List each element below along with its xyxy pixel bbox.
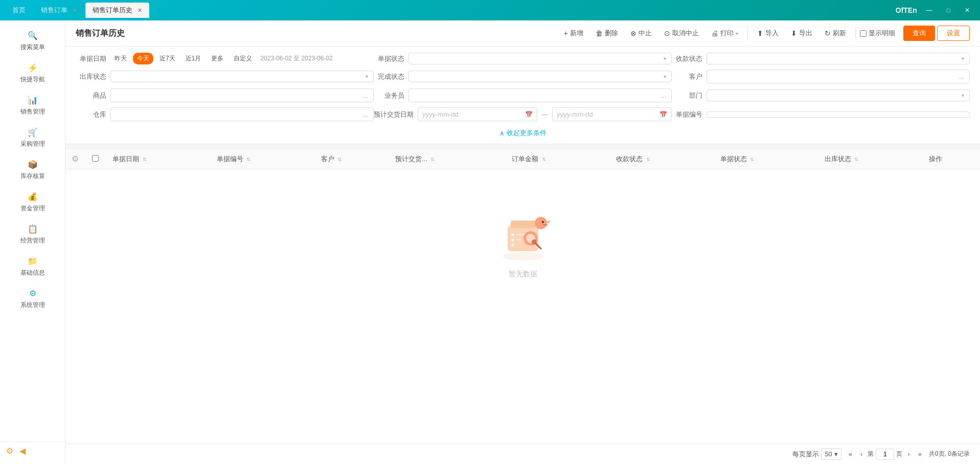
sort-doc-icon[interactable]: ⇅	[750, 157, 754, 162]
export-button[interactable]: ⬇ 导出	[786, 26, 817, 40]
query-button[interactable]: 查询	[903, 26, 935, 41]
window-controls: OfTEn — □ ✕	[896, 4, 975, 16]
dept-select[interactable]: ▾	[706, 90, 970, 101]
stop-button[interactable]: ⊗ 中止	[625, 26, 657, 40]
sidebar-item-operations[interactable]: 📋 经营管理	[0, 218, 65, 250]
tab-home-label: 首页	[12, 6, 26, 15]
cancel-stop-label: 取消中止	[672, 29, 699, 38]
filter-salesperson: 业务员 ...	[374, 89, 672, 102]
customer-input[interactable]: ...	[706, 70, 970, 83]
sort-customer-icon[interactable]: ⇅	[337, 157, 341, 162]
add-button[interactable]: + 新增	[559, 26, 588, 40]
close-btn[interactable]: ✕	[960, 4, 975, 16]
sidebar-item-sales[interactable]: 📊 销售管理	[0, 89, 65, 121]
add-label: 新增	[570, 29, 583, 38]
sort-order-icon[interactable]: ⇅	[246, 157, 250, 162]
sidebar-item-purchase[interactable]: 🛒 采购管理	[0, 121, 65, 153]
cancel-stop-button[interactable]: ⊙ 取消中止	[659, 26, 704, 40]
prev-page-btn[interactable]: ‹	[857, 449, 865, 459]
customer-dots[interactable]: ...	[959, 73, 964, 80]
sidebar-item-basic[interactable]: 📁 基础信息	[0, 250, 65, 282]
first-page-btn[interactable]: «	[846, 449, 855, 459]
filter-order-no: 单据编号	[672, 110, 970, 119]
tab-sales-order-close[interactable]: ✕	[73, 7, 77, 14]
page-input[interactable]	[876, 449, 894, 460]
date-tab-more[interactable]: 更多	[207, 53, 227, 64]
calendar-start-icon: 📅	[525, 111, 533, 118]
next-page-btn[interactable]: ›	[904, 449, 913, 459]
goods-label: 商品	[76, 91, 106, 100]
salesperson-input[interactable]: ...	[408, 89, 672, 102]
sidebar-item-system[interactable]: ⚙ 系统管理	[0, 282, 65, 315]
minimize-btn[interactable]: —	[921, 4, 938, 16]
print-button[interactable]: 🖨 打印 ▾	[706, 26, 743, 40]
collapse-icon: ∧	[499, 129, 505, 137]
payment-status-select[interactable]: ▾	[706, 53, 970, 64]
sidebar-item-inventory[interactable]: 📦 库存核算	[0, 153, 65, 186]
goods-dots[interactable]: ...	[362, 92, 368, 99]
warehouse-dots[interactable]: ...	[362, 111, 368, 118]
date-tab-7days[interactable]: 近7天	[155, 53, 179, 64]
sort-payment-icon[interactable]: ⇅	[646, 157, 650, 162]
refresh-button[interactable]: ↻ 刷新	[819, 26, 851, 40]
out-status-select[interactable]: ▾	[110, 71, 374, 82]
sort-delivery-icon[interactable]: ⇅	[430, 157, 435, 162]
sort-amount-icon[interactable]: ⇅	[542, 157, 546, 162]
sidebar-collapse-icon[interactable]: ◀	[19, 446, 26, 456]
complete-status-select[interactable]: ▾	[408, 71, 672, 82]
filter-out-status: 出库状态 ▾	[76, 71, 374, 82]
import-button[interactable]: ⬆ 导入	[752, 26, 784, 40]
toolbar-divider-1	[747, 28, 748, 38]
page-size-box[interactable]: 50 ▾	[821, 448, 841, 460]
salesperson-label: 业务员	[374, 91, 404, 100]
warehouse-input[interactable]: ...	[110, 107, 374, 121]
delivery-end-input[interactable]: yyyy-mm-dd 📅	[552, 107, 672, 121]
salesperson-dots[interactable]: ...	[660, 92, 666, 99]
collapse-bar[interactable]: ∧ 收起更多条件	[76, 126, 970, 138]
sidebar-item-finance[interactable]: 💰 资金管理	[0, 186, 65, 218]
maximize-btn[interactable]: □	[942, 4, 955, 16]
svg-rect-2	[511, 220, 535, 228]
sidebar-item-quicknav[interactable]: ⚡ 快捷导航	[0, 57, 65, 89]
refresh-label: 刷新	[833, 29, 846, 38]
page-nav: « ‹ 第 页 › »	[846, 449, 925, 460]
goods-input[interactable]: ...	[110, 89, 374, 102]
sidebar-settings-icon[interactable]: ⚙	[6, 446, 13, 456]
date-tab-today[interactable]: 今天	[133, 53, 153, 64]
last-page-btn[interactable]: »	[915, 449, 925, 459]
display-columns-checkbox[interactable]: 显示明细	[860, 29, 895, 38]
svg-point-8	[511, 238, 514, 241]
tab-home[interactable]: 首页	[5, 3, 33, 18]
display-columns-input[interactable]	[860, 30, 867, 37]
select-all-checkbox[interactable]	[92, 155, 99, 162]
order-no-label: 单据编号	[672, 110, 702, 119]
tab-sales-history[interactable]: 销售订单历史 ✕	[85, 3, 149, 18]
table-body: 暂无数据	[65, 169, 980, 320]
delete-button[interactable]: 🗑 删除	[590, 26, 623, 40]
complete-chevron-icon: ▾	[664, 74, 666, 79]
table-settings-icon[interactable]: ⚙	[72, 154, 79, 163]
tab-sales-order-label: 销售订单	[41, 6, 67, 15]
date-tab-yesterday[interactable]: 昨天	[110, 53, 131, 64]
status-select[interactable]: ▾	[408, 53, 672, 64]
toolbar-divider-2	[855, 28, 856, 38]
th-out-status: 出库状态 ⇅	[818, 149, 923, 169]
date-tab-1month[interactable]: 近1月	[181, 53, 206, 64]
sort-out-icon[interactable]: ⇅	[854, 157, 858, 162]
sidebar-finance-label: 资金管理	[20, 204, 45, 213]
sidebar-basic-label: 基础信息	[20, 269, 45, 277]
order-no-input[interactable]	[706, 112, 970, 118]
sidebar-item-search[interactable]: 🔍 搜索菜单	[0, 25, 65, 57]
delivery-start-input[interactable]: yyyy-mm-dd 📅	[418, 107, 537, 121]
delivery-end-text: yyyy-mm-dd	[557, 111, 593, 118]
sort-date-icon[interactable]: ⇅	[143, 157, 147, 162]
th-checkbox	[86, 149, 106, 169]
tab-sales-history-close[interactable]: ✕	[138, 7, 142, 14]
empty-cell: 暂无数据	[65, 169, 980, 320]
th-delivery: 预计交货... ⇅	[389, 149, 506, 169]
tab-sales-order[interactable]: 销售订单 ✕	[34, 3, 84, 18]
date-tab-custom[interactable]: 自定义	[230, 53, 256, 64]
print-label: 打印	[720, 29, 734, 38]
main-layout: 🔍 搜索菜单 ⚡ 快捷导航 📊 销售管理 🛒 采购管理 📦 库存核算 💰 资金管…	[0, 20, 980, 464]
settings-button[interactable]: 设置	[937, 26, 970, 41]
